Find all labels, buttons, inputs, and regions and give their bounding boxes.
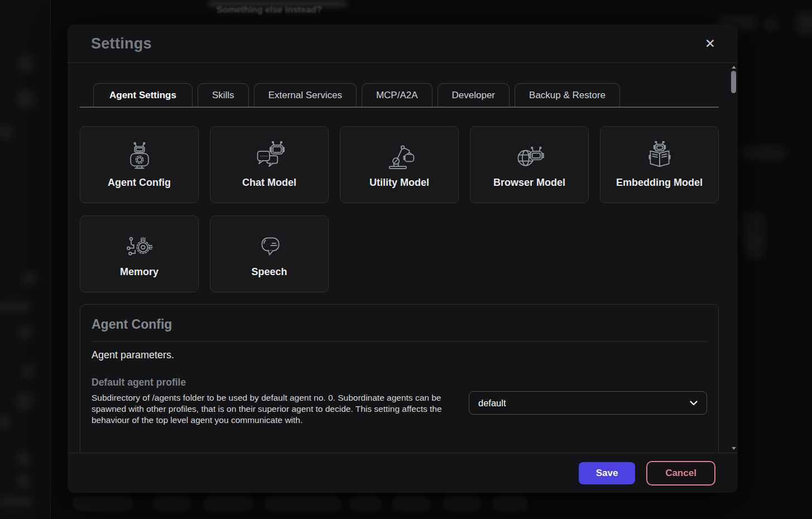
app-screen: Something else instead? Settings ✕ Agent… bbox=[0, 0, 812, 519]
speech-bubble-icon bbox=[253, 230, 286, 262]
card-label: Memory bbox=[120, 266, 158, 278]
field-description: Subdirectory of /agents folder to be use… bbox=[92, 392, 449, 426]
background-blob bbox=[744, 239, 765, 259]
background-dim-message: Something else instead? bbox=[217, 5, 321, 15]
background-chip bbox=[392, 496, 431, 511]
tab-backup-restore[interactable]: Backup & Restore bbox=[515, 83, 620, 107]
scrollbar-thumb[interactable] bbox=[731, 71, 736, 93]
card-memory[interactable]: Memory bbox=[80, 215, 199, 292]
section-subtitle: Agent parameters. bbox=[92, 349, 707, 361]
card-speech[interactable]: Speech bbox=[210, 215, 329, 292]
background-blob bbox=[740, 146, 785, 160]
card-label: Speech bbox=[251, 266, 287, 278]
chevron-down-icon bbox=[690, 401, 698, 406]
background-blob bbox=[797, 12, 812, 35]
card-label: Agent Config bbox=[108, 177, 171, 189]
modal-title: Settings bbox=[91, 35, 152, 52]
background-chip bbox=[73, 496, 134, 511]
robot-chat-icon bbox=[253, 141, 286, 173]
memory-circuit-gear-icon bbox=[123, 230, 156, 262]
modal-scrollbar[interactable] bbox=[730, 64, 737, 451]
modal-header: Settings ✕ bbox=[68, 25, 738, 63]
default-agent-profile-select[interactable]: default bbox=[469, 391, 707, 415]
section-title: Agent Config bbox=[92, 317, 707, 332]
robot-book-icon bbox=[643, 141, 676, 173]
card-label: Utility Model bbox=[369, 177, 429, 189]
card-chat-model[interactable]: Chat Model bbox=[210, 126, 329, 203]
background-chip bbox=[203, 496, 254, 511]
card-utility-model[interactable]: Utility Model bbox=[340, 126, 459, 203]
section-divider bbox=[92, 341, 707, 342]
background-sidebar bbox=[0, 0, 51, 519]
card-agent-config[interactable]: Agent Config bbox=[80, 126, 199, 203]
card-embedding-model[interactable]: Embedding Model bbox=[600, 126, 719, 203]
close-icon[interactable]: ✕ bbox=[702, 35, 719, 52]
settings-modal: Settings ✕ Agent Settings Skills Externa… bbox=[68, 25, 738, 493]
robot-globe-icon bbox=[513, 141, 546, 173]
background-chip bbox=[492, 496, 528, 511]
field-default-agent-profile: Default agent profile Subdirectory of /a… bbox=[92, 377, 707, 426]
card-label: Chat Model bbox=[242, 177, 296, 189]
robot-gear-icon bbox=[123, 141, 156, 173]
settings-card-grid: Agent Config bbox=[80, 126, 719, 292]
card-label: Embedding Model bbox=[616, 177, 703, 189]
tab-skills[interactable]: Skills bbox=[198, 83, 249, 107]
save-button[interactable]: Save bbox=[579, 462, 635, 484]
field-label: Default agent profile bbox=[92, 377, 449, 388]
scroll-down-icon[interactable] bbox=[732, 447, 736, 450]
tab-underline bbox=[80, 107, 719, 108]
tab-developer[interactable]: Developer bbox=[438, 83, 510, 107]
tab-external-services[interactable]: External Services bbox=[254, 83, 357, 107]
field-text: Default agent profile Subdirectory of /a… bbox=[92, 377, 449, 426]
background-chip bbox=[152, 496, 192, 511]
background-chip bbox=[265, 496, 342, 511]
background-chip bbox=[349, 496, 382, 511]
modal-footer: Save Cancel bbox=[68, 453, 738, 493]
modal-content: Agent Settings Skills External Services … bbox=[68, 63, 738, 453]
card-label: Browser Model bbox=[493, 177, 565, 189]
background-chip bbox=[442, 496, 482, 511]
card-browser-model[interactable]: Browser Model bbox=[470, 126, 589, 203]
cancel-button[interactable]: Cancel bbox=[646, 461, 715, 486]
scroll-up-icon[interactable] bbox=[732, 66, 736, 69]
tab-bar: Agent Settings Skills External Services … bbox=[93, 83, 719, 107]
robot-arm-icon bbox=[383, 141, 416, 173]
tab-agent-settings[interactable]: Agent Settings bbox=[93, 83, 193, 107]
field-control: default bbox=[469, 377, 707, 426]
agent-config-section: Agent Config Agent parameters. Default a… bbox=[80, 304, 719, 453]
select-value: default bbox=[478, 398, 506, 409]
background-blob bbox=[763, 18, 777, 31]
tab-mcp-a2a[interactable]: MCP/A2A bbox=[362, 83, 433, 107]
